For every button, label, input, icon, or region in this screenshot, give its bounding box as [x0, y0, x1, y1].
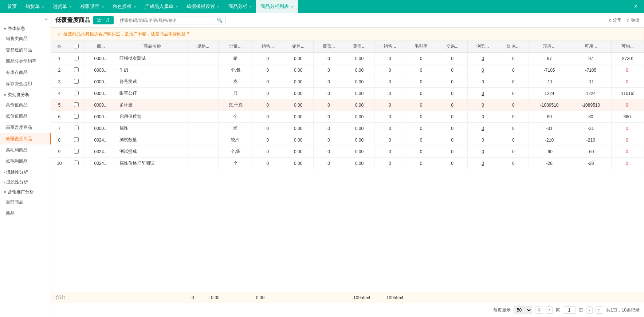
row-sales3: 0 — [374, 76, 405, 88]
sidebar-item-low-margin[interactable]: 低毛利商品 — [0, 156, 51, 167]
row-view1[interactable]: 0 — [468, 123, 498, 134]
sidebar-item-high-value[interactable]: 高价值商品 — [0, 99, 51, 111]
col-code-header: 商... — [85, 40, 117, 53]
row-checkbox[interactable] — [68, 134, 85, 146]
row-view1[interactable]: 0 — [468, 53, 498, 64]
table-row: 40000...眼宝公仔只00.0000.0000000122412241101… — [51, 88, 644, 99]
row-view1[interactable]: 0 — [468, 88, 498, 99]
row-cover2: 0.00 — [344, 88, 375, 99]
row-no: 4 — [51, 88, 68, 99]
last-page-button[interactable]: ›| — [596, 306, 603, 314]
search-input[interactable] — [120, 18, 217, 23]
row-checkbox[interactable] — [68, 76, 85, 88]
nav-permissions[interactable]: 权限设置 × — [76, 0, 108, 13]
sidebar-item-sales-goods[interactable]: 销售类商品 — [0, 33, 51, 44]
row-view1[interactable]: 0 — [468, 158, 498, 169]
settings-icon[interactable]: ⚙ — [57, 44, 62, 49]
nav-goods-analysis[interactable]: 商品分析 × — [224, 0, 256, 13]
col-stock3-header: 可销... — [612, 40, 644, 53]
close-icon[interactable]: × — [69, 4, 71, 9]
sidebar-group-growth[interactable]: › 成长性分析 — [0, 177, 51, 187]
row-view1[interactable]: 0 — [468, 146, 498, 158]
row-view1[interactable]: 0 — [468, 134, 498, 146]
col-checkbox-header[interactable] — [68, 40, 85, 53]
sidebar-item-all-goods[interactable]: 全部商品 — [0, 197, 51, 208]
close-icon[interactable]: × — [42, 4, 44, 9]
sidebar-item-low-coverage[interactable]: 低覆盖度商品 — [0, 133, 51, 144]
row-checkbox[interactable] — [68, 123, 85, 134]
sidebar-item-category-rate[interactable]: 商品分类动销率 — [0, 56, 51, 67]
page-size-label: 每页显示 — [493, 307, 511, 313]
row-view1[interactable]: 0 — [468, 111, 498, 123]
table-row: 80024...测试数量袋,件00.0000.0000000-210-2100: — [51, 134, 644, 146]
row-checkbox[interactable] — [68, 64, 85, 76]
row-view1[interactable]: 0 — [468, 64, 498, 76]
sidebar-item-stock-capital[interactable]: 库存资金占用 — [0, 78, 51, 90]
nav-template[interactable]: 单据模板设置 × — [182, 0, 224, 13]
row-stock3: 0: — [612, 123, 644, 134]
page-size-select[interactable]: 50 100 200 — [514, 306, 532, 314]
row-checkbox[interactable] — [68, 146, 85, 158]
row-cover1: 0 — [314, 88, 344, 99]
sidebar-item-low-value[interactable]: 低价值商品 — [0, 111, 51, 122]
row-margin: 0 — [405, 76, 437, 88]
nav-purchase[interactable]: 进货单 × — [48, 0, 76, 13]
row-code: 0024... — [85, 146, 117, 158]
nav-production[interactable]: 产成品入库单 × — [141, 0, 182, 13]
close-icon[interactable]: × — [102, 4, 104, 9]
row-view2: 0 — [498, 76, 529, 88]
sidebar-group-overall[interactable]: ∨ 整体信息 — [0, 23, 51, 33]
time-filter-button[interactable]: 近一月 — [93, 16, 114, 24]
row-stock1: -1089510 — [529, 99, 570, 111]
row-checkbox[interactable] — [68, 88, 85, 99]
summary-spacer3 — [272, 295, 345, 300]
row-cover1: 0 — [314, 64, 344, 76]
row-checkbox[interactable] — [68, 99, 85, 111]
row-view1[interactable]: 0 — [468, 99, 498, 111]
sidebar-item-new-goods[interactable]: 新品 — [0, 208, 51, 219]
close-icon[interactable]: × — [217, 4, 219, 9]
row-view1[interactable]: 0 — [468, 76, 498, 88]
nav-home[interactable]: 首页 — [3, 0, 21, 13]
row-stock1: -7105 — [529, 64, 570, 76]
export-button[interactable]: ⇧ 导出 — [626, 17, 640, 23]
sidebar-group-circulation[interactable]: › 流通性分析 — [0, 167, 51, 177]
col-settings-header[interactable]: ⚙ — [51, 40, 68, 53]
row-margin: 0 — [405, 146, 437, 158]
row-cover2: 0.00 — [344, 76, 375, 88]
nav-goods-analysis-list[interactable]: 商品分析列表 × — [256, 0, 298, 13]
row-name: 多计量 — [117, 99, 188, 111]
current-page-input[interactable] — [563, 306, 576, 314]
row-checkbox[interactable] — [68, 53, 85, 64]
first-page-button[interactable]: K — [535, 306, 543, 314]
sidebar-group-category[interactable]: ∨ 类别度分析 — [0, 90, 51, 99]
row-sales-qty: 0 — [252, 123, 283, 134]
sidebar-group-marketing[interactable]: ∨ 营销推广分析 — [0, 187, 51, 197]
sidebar-collapse-button[interactable]: « — [0, 15, 51, 23]
nav-sales[interactable]: 销货单 × — [21, 0, 48, 13]
row-code: 0000... — [85, 64, 117, 76]
close-icon[interactable]: × — [176, 4, 178, 9]
page-word: 页 — [579, 307, 583, 313]
row-unit: 克,千克 — [219, 99, 252, 111]
nav-role-auth[interactable]: 角色授权 × — [108, 0, 140, 13]
close-icon[interactable]: × — [250, 4, 252, 9]
next-page-button[interactable]: › — [586, 306, 593, 314]
sidebar-item-high-coverage[interactable]: 高覆盖度商品 — [0, 122, 51, 133]
row-no: 1 — [51, 53, 68, 64]
col-cover1-header: 覆盖... — [314, 40, 344, 53]
row-sales3: 0 — [374, 88, 405, 99]
sidebar-item-stock-goods[interactable]: 有库存商品 — [0, 67, 51, 78]
close-icon[interactable]: × — [134, 4, 136, 9]
row-checkbox[interactable] — [68, 158, 85, 169]
row-checkbox[interactable] — [68, 111, 85, 123]
sidebar-item-traded-goods[interactable]: 交易过的商品 — [0, 44, 51, 56]
share-button[interactable]: ⎋ 分享 — [609, 17, 621, 23]
prev-page-button[interactable]: ‹ — [546, 306, 553, 314]
sidebar-item-high-margin[interactable]: 高毛利商品 — [0, 144, 51, 156]
export-icon: ⇧ — [626, 18, 629, 23]
row-stock3: 0: — [612, 99, 644, 111]
close-icon[interactable]: × — [291, 4, 293, 9]
window-close-button[interactable]: × — [631, 3, 641, 10]
select-all-checkbox[interactable] — [74, 44, 79, 48]
